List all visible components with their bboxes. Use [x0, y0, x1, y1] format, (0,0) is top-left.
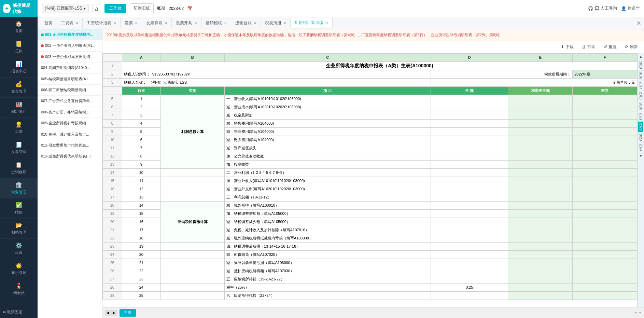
tax-list-item-008[interactable]: 008-资产折旧、摊销及纳税... [38, 107, 102, 118]
right-panel: 2019年度步及取以前年度连续数据的申报表单元格需要手工维护正确，才能保证本年及… [102, 29, 644, 318]
sidebar-item-结账[interactable]: ✅结账 [0, 198, 38, 219]
warning-text: 2019年度步及取以前年度连续数据的申报表单元格需要手工维护正确，才能保证本年及… [107, 33, 503, 37]
table-row: 17 13 三、利润总额（10-11-12） [103, 193, 637, 201]
print-icon[interactable]: 🖨 [92, 4, 101, 13]
tab-close-icon[interactable]: ✕ [165, 21, 167, 25]
tab-close-icon[interactable]: ✕ [75, 21, 78, 25]
year-label-2024[interactable]: 2024 [638, 142, 643, 153]
sidebar-item-畅会员[interactable]: 🎖️畅会员 [0, 279, 38, 299]
tab-close-icon[interactable]: ✕ [254, 21, 256, 25]
sidebar-item-报表中心[interactable]: 📊报表中心 [0, 57, 38, 78]
tab-发票开具[interactable]: 发票开具✕ [172, 18, 201, 28]
table-row: 24 20 减：所得减免（填写A107020） [103, 250, 637, 259]
table-row: 15 11 加：营业外收入(填写A101010\101020\103000) [103, 177, 637, 185]
switch-version-button[interactable]: 切到旧版 [130, 3, 154, 13]
tab-close-icon[interactable]: ✕ [194, 21, 197, 25]
year-label-2020[interactable]: 2020 [638, 101, 643, 111]
tabs-bar: 首页工资表✕工资统计报表✕发票✕发票算账✕发票开具✕进销稽核✕进销台账✕税表清册… [38, 17, 644, 29]
sidebar-item-资金管理[interactable]: 💰资金管理 [0, 78, 38, 98]
tab-close-icon[interactable]: ✕ [224, 21, 227, 25]
main-table: A B C D E F 1企业所得税年度纳税申报表（A类）主表(A100000)… [102, 53, 637, 300]
print-button[interactable]: 🖨 打印 [580, 43, 598, 51]
year-label-2018[interactable]: 2018 [638, 91, 643, 101]
year-label-2023[interactable]: 2023 [638, 132, 643, 142]
table-row: 14 10 二、营业利润（1-2-3-4-5-6-7-8+9） [103, 168, 637, 177]
tax-list-item-003[interactable]: 003-一般企业成本支出明细... [38, 52, 102, 63]
sidebar-item-进销台账[interactable]: 📋进销台账 [0, 158, 38, 178]
sidebar-item-设置[interactable]: ⚙️设置 [0, 239, 38, 259]
year-label-2022[interactable]: 2022 [638, 122, 643, 132]
customer-service-btn[interactable]: 🎧 🎧 人工客询 [588, 5, 617, 11]
sidebar-item-首页[interactable]: 🏠首页 [0, 17, 38, 37]
tax-list-item-006[interactable]: 006-职工薪酬纳税调整明细... [38, 85, 102, 96]
sidebar-item-税务管理[interactable]: 🏛️税务管理 [0, 178, 38, 198]
cancel-fixed-btn[interactable]: ⬅ 取消固定 [0, 306, 38, 318]
tab-发票算账[interactable]: 发票算账✕ [142, 18, 172, 28]
tax-list-item-012[interactable]: 012-减免所得税优惠明细表(..) [38, 151, 102, 162]
person-icon: 👤 [621, 6, 626, 11]
sheet-nav-right[interactable]: ▶ [111, 310, 117, 316]
main-area: (勾稽) 江西服宝-LSS ▾ 🖨 工作台 切到旧版 账期 2023-02 📅 … [38, 0, 644, 318]
year-label-2019[interactable]: 2019 [638, 60, 643, 70]
refresh-icon: ⟳ [625, 44, 628, 49]
tax-list-item-010[interactable]: 010-免税、减计收入及加计... [38, 129, 102, 140]
tax-list-item-002[interactable]: 002-一般企业收入明细表(A1... [38, 40, 102, 51]
topbar: (勾稽) 江西服宝-LSS ▾ 🖨 工作台 切到旧版 账期 2023-02 📅 … [38, 0, 644, 17]
tab-close-icon[interactable]: ✕ [135, 21, 138, 25]
col-header-row: 行次类别项 目全 额利润主全额差异 [103, 86, 637, 95]
account-label: 账期 [157, 5, 165, 11]
table-row: 25 21 减：弥补以前年度亏损（填写A106000） [103, 259, 637, 267]
tab-close-icon[interactable]: ✕ [113, 21, 116, 25]
download-button[interactable]: ⬇ 下载 [559, 43, 576, 51]
spreadsheet-area[interactable]: A B C D E F 1企业所得税年度纳税申报表（A类）主表(A100000)… [102, 53, 637, 307]
sidebar: ✦ 畅捷通易代账 🏠首页📒总账📊报表中心💰资金管理🏭固定资产👷工资🧾发票管理📋进… [0, 0, 38, 318]
sheet-tab-主表[interactable]: 主表 [120, 309, 136, 317]
sidebar-item-新手引导[interactable]: 🌟新手引导 [0, 259, 38, 279]
tab-工资表[interactable]: 工资表✕ [57, 18, 83, 28]
tab-进销台账[interactable]: 进销台账✕ [231, 18, 261, 28]
tab-工资统计报表[interactable]: 工资统计报表✕ [83, 18, 121, 28]
sheet-wrapper: A B C D E F 1企业所得税年度纳税申报表（A类）主表(A100000)… [102, 53, 644, 307]
tab-所得税汇算清缴[interactable]: 所得税汇算清缴✕ [291, 18, 333, 28]
table-row: 23 19 四、纳税调整后所得（13-14+15-16-17-18） [103, 242, 637, 250]
tab-close-icon[interactable]: ✕ [283, 21, 286, 25]
title-row: 1企业所得税年度纳税申报表（A类）主表(A100000) [103, 61, 637, 70]
company-selector[interactable]: (勾稽) 江西服宝-LSS ▾ [42, 4, 89, 13]
content-area: 001-企业所得税年度纳税申...002-一般企业收入明细表(A1...003-… [38, 29, 644, 318]
sidebar-item-总账[interactable]: 📒总账 [0, 37, 38, 57]
sidebar-item-发票管理[interactable]: 🧾发票管理 [0, 138, 38, 158]
sidebar-item-归档管理[interactable]: 📂归档管理 [0, 219, 38, 239]
sheet-tabs: ◀ ▶ 主表 ⬅ ➡ [102, 307, 644, 318]
chevron-down-icon: ▾ [84, 6, 86, 11]
refresh-button[interactable]: ⟳ 刷新 [623, 43, 640, 51]
year-panel-title: ▲ [639, 53, 643, 60]
sidebar-item-工资[interactable]: 👷工资 [0, 118, 38, 138]
year-label-2021[interactable]: 2021 [638, 111, 643, 122]
table-row: 27 23 五、应纳税所得额（19-20-21-22） [103, 275, 637, 283]
work-mode-button[interactable]: 工作台 [104, 4, 126, 13]
tab-close-icon[interactable]: ✕ [325, 21, 328, 25]
sidebar-item-固定资产[interactable]: 🏭固定资产 [0, 98, 38, 118]
action-toolbar: ⬇ 下载 🖨 打印 ↺ 重置 ⟳ 刷新 [102, 41, 644, 53]
reset-button[interactable]: ↺ 重置 [602, 43, 619, 51]
tax-list-item-005[interactable]: 005-纳税调整项目明细表(A1... [38, 74, 102, 85]
tax-list-item-007[interactable]: 007-广告费和业务宣传费跨年... [38, 96, 102, 107]
user-avatar[interactable]: 👤 徐道华 [621, 5, 640, 11]
sheet-nav-left[interactable]: ◀ [105, 310, 111, 316]
tax-list-item-004[interactable]: 004-期间费用明细表(A1040... [38, 63, 102, 73]
tax-list-item-001[interactable]: 001-企业所得税年度纳税申... [38, 29, 102, 40]
tax-list-item-011[interactable]: 011-研发费用加计扣除优惠... [38, 140, 102, 151]
year-label-2017[interactable]: 2017 [638, 80, 643, 91]
table-row: 16 12 减：营业外支出(填写A102010\102020\103000) [103, 185, 637, 193]
app-logo: ✦ 畅捷通易代账 [0, 0, 38, 17]
scroll-controls: ⬅ ➡ [634, 311, 641, 315]
tax-list-item-009[interactable]: 009-企业所得税补亏损明细... [38, 118, 102, 129]
table-row: 26 22 减：抵扣应纳税所得额（填写A107030） [103, 267, 637, 275]
tab-发票[interactable]: 发票✕ [121, 18, 142, 28]
tab-进销稽核[interactable]: 进销稽核✕ [201, 18, 231, 28]
print-icon: 🖨 [582, 44, 586, 49]
year-label-2016[interactable]: 2016 [638, 70, 643, 80]
tab-税表清册[interactable]: 税表清册✕ [261, 18, 291, 28]
tab-首页[interactable]: 首页 [40, 18, 57, 28]
close-window-icon[interactable]: ✕ [636, 19, 641, 27]
